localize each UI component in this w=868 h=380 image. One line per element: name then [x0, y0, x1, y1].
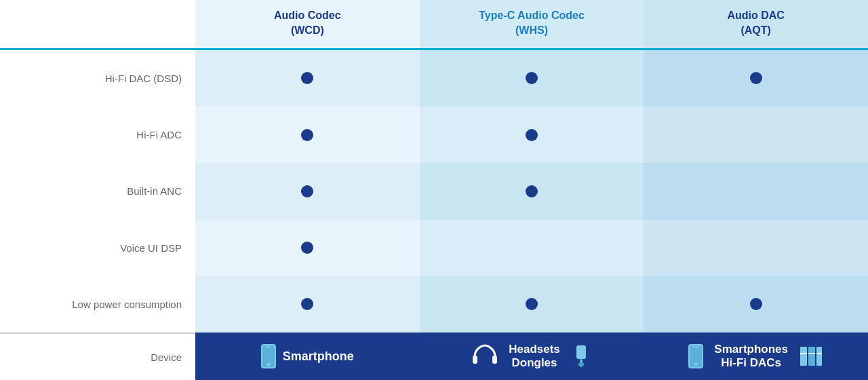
feature-dot: [301, 72, 313, 84]
data-cell-col3: [644, 220, 868, 276]
header-empty-cell: [0, 0, 195, 48]
svg-rect-12: [808, 347, 815, 366]
device-label: Device: [0, 332, 195, 380]
data-cell-col1: [195, 220, 420, 276]
device-col2-text1: Headsets: [509, 343, 560, 356]
header-col2-line2: (WHS): [515, 24, 548, 36]
smartphone-icon: [261, 344, 276, 368]
svg-rect-3: [473, 356, 477, 364]
header-col2: Type-C Audio Codec (WHS): [420, 0, 644, 48]
table-row: Low power consumption: [0, 276, 868, 332]
data-rows: Hi-Fi DAC (DSD)Hi-Fi ADCBuilt-in ANCVoic…: [0, 50, 868, 332]
feature-dot: [301, 242, 313, 254]
feature-dot: [301, 185, 313, 197]
data-cell-col3: [644, 107, 868, 163]
row-label: Voice UI DSP: [0, 220, 195, 276]
device-col3-text2: Hi-Fi DACs: [714, 356, 788, 370]
row-label: Hi-Fi ADC: [0, 107, 195, 163]
svg-rect-2: [266, 346, 271, 347]
svg-point-1: [267, 363, 270, 366]
header-col1: Audio Codec (WCD): [195, 0, 420, 48]
data-cell-col3: [644, 50, 868, 107]
header-col1-line1: Audio Codec: [274, 10, 341, 21]
device-col3-text1: Smartphones: [714, 343, 788, 356]
data-cell-col2: [420, 107, 644, 163]
header-row: Audio Codec (WCD) Type-C Audio Codec (WH…: [0, 0, 868, 50]
header-col1-line2: (WCD): [291, 24, 324, 36]
table-row: Voice UI DSP: [0, 220, 868, 276]
feature-dot: [526, 298, 538, 310]
svg-rect-7: [578, 363, 584, 366]
table-row: Hi-Fi DAC (DSD): [0, 50, 868, 107]
device-col3-texts: Smartphones Hi-Fi DACs: [714, 343, 788, 370]
header-col3-line1: Audio DAC: [727, 10, 784, 21]
header-col3: Audio DAC (AQT): [644, 0, 868, 48]
smartphone-icon-2: [688, 344, 703, 368]
device-col2-text2: Dongles: [509, 356, 560, 370]
feature-dot: [526, 129, 538, 141]
svg-point-9: [694, 363, 698, 366]
feature-dot: [301, 298, 313, 310]
comparison-table: Audio Codec (WCD) Type-C Audio Codec (WH…: [0, 0, 868, 380]
data-cell-col1: [195, 163, 420, 219]
headphones-icon: [472, 344, 498, 368]
data-cell-col1: [195, 107, 420, 163]
row-label: Hi-Fi DAC (DSD): [0, 50, 195, 107]
data-cell-col2: [420, 276, 644, 332]
data-cell-col1: [195, 50, 420, 107]
device-row: Device Smartphone Headsets Dongles: [0, 332, 868, 380]
data-cell-col2: [420, 220, 644, 276]
device-col3: Smartphones Hi-Fi DACs: [644, 332, 868, 380]
table-row: Hi-Fi ADC: [0, 107, 868, 163]
data-cell-col2: [420, 163, 644, 219]
data-cell-col1: [195, 276, 420, 332]
svg-rect-5: [576, 345, 586, 359]
dongle-icon: [571, 344, 591, 368]
svg-rect-4: [492, 356, 497, 364]
row-label: Built-in ANC: [0, 163, 195, 219]
svg-rect-11: [800, 347, 807, 366]
device-col1-text: Smartphone: [283, 349, 354, 364]
feature-dot: [301, 129, 313, 141]
data-cell-col2: [420, 50, 644, 107]
header-col3-line2: (AQT): [741, 24, 770, 36]
feature-dot: [526, 72, 538, 84]
data-cell-col3: [644, 276, 868, 332]
device-col2: Headsets Dongles: [420, 332, 644, 380]
svg-rect-10: [693, 346, 698, 347]
row-label: Low power consumption: [0, 276, 195, 332]
svg-rect-13: [816, 347, 822, 366]
data-cell-col3: [644, 163, 868, 219]
device-col1: Smartphone: [195, 332, 420, 380]
feature-dot: [526, 185, 538, 197]
device-label-text: Device: [151, 352, 182, 363]
feature-dot: [750, 72, 762, 84]
books-icon: [799, 344, 823, 368]
table-row: Built-in ANC: [0, 163, 868, 219]
device-col2-texts: Headsets Dongles: [509, 343, 560, 370]
header-col2-line1: Type-C Audio Codec: [479, 10, 585, 21]
feature-dot: [750, 298, 762, 310]
